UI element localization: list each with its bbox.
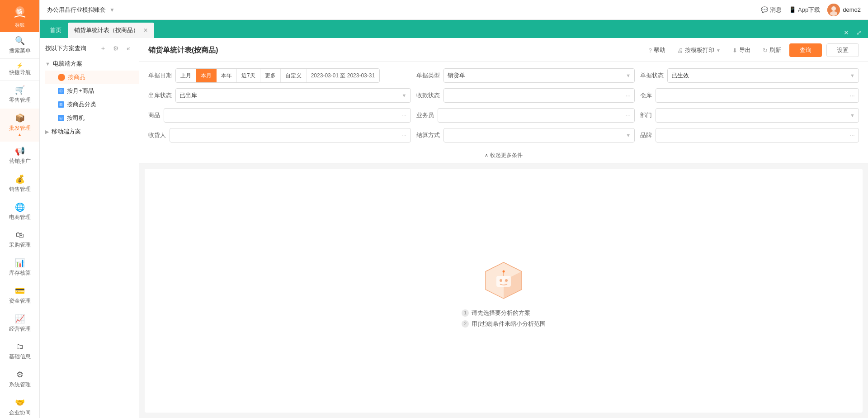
sidebar-item-enterprise[interactable]: 🤝 企业协同 [0, 393, 40, 418]
out-status-input[interactable]: 已出库 ▼ [175, 88, 411, 103]
tab-close-icon[interactable]: ✕ [143, 27, 148, 33]
filter-cell-product: 商品 ··· [148, 108, 411, 123]
tree-item-by-category[interactable]: ⊞ 按商品分类 [45, 98, 139, 111]
tab-expand-btn[interactable]: ⤢ [854, 27, 864, 38]
refresh-btn[interactable]: ↻ 刷新 [759, 44, 785, 56]
filter-row-4: 收货人 ··· 结算方式 ▼ 品牌 [148, 128, 859, 142]
app-download-label: App下载 [798, 6, 820, 14]
staff-input[interactable]: ··· [438, 108, 635, 123]
settlement-input[interactable]: ▼ [443, 128, 635, 142]
sidebar-item-retail[interactable]: 🛒 零售管理 [0, 81, 40, 109]
date-btn-7days[interactable]: 近7天 [237, 69, 260, 82]
sidebar-item-system-label: 系统管理 [9, 381, 31, 389]
settings-button[interactable]: 设置 [826, 43, 859, 57]
sidebar-item-system[interactable]: ⚙ 系统管理 [0, 365, 40, 393]
panel-title: 按以下方案查询 [45, 44, 86, 52]
sidebar-item-ecommerce-label: 电商管理 [9, 214, 31, 221]
svg-point-3 [831, 6, 836, 11]
warehouse-input[interactable]: ··· [656, 88, 859, 103]
doc-type-arrow: ▼ [626, 73, 631, 78]
page-actions: ? 帮助 🖨 按模板打印 ▼ ⬇ 导出 ↻ 刷新 [645, 43, 859, 57]
top-header: 办公用品行业模拟账套 ▼ 💬 消息 📱 App下载 de [40, 0, 868, 20]
panel-add-btn[interactable]: ＋ [98, 43, 108, 53]
sidebar-item-procurement[interactable]: 🛍 采购管理 [0, 226, 40, 253]
filter-cell-warehouse: 仓库 ··· [640, 88, 859, 103]
wholesale-icon: 📦 [15, 113, 25, 123]
by-cashier-icon: ⊞ [58, 115, 64, 121]
tree-group-pc[interactable]: ▼ 电脑端方案 [40, 57, 139, 71]
tab-home[interactable]: 首页 [43, 23, 68, 38]
date-btn-more[interactable]: 更多 [260, 69, 281, 82]
sidebar-item-sales[interactable]: 💰 销售管理 [0, 170, 40, 198]
user-menu[interactable]: demo2 [827, 4, 861, 16]
sidebar-search[interactable]: 🔍 搜索菜单 [0, 32, 40, 59]
dept-input[interactable]: ▼ [656, 108, 859, 123]
retail-icon: 🛒 [15, 85, 25, 95]
content-area: 按以下方案查询 ＋ ⚙ « ▼ 电脑端方案 [40, 38, 868, 418]
brand-input[interactable]: ··· [656, 128, 859, 142]
tab-sales-stats-label: 销货单统计表（按商品） [74, 26, 139, 34]
app-download-btn[interactable]: 📱 App下载 [789, 6, 820, 14]
date-range-display[interactable]: 2023-03-01 至 2023-03-31 [307, 69, 379, 82]
sidebar-quick-nav[interactable]: ⚡ 快捷导航 [0, 59, 40, 81]
wholesale-arrow: ▲ [18, 132, 22, 137]
sidebar-item-enterprise-label: 企业协同 [9, 409, 31, 417]
settlement-label: 结算方式 [416, 131, 440, 139]
tab-sales-stats[interactable]: 销货单统计表（按商品） ✕ [68, 23, 154, 38]
date-btn-custom[interactable]: 自定义 [281, 69, 307, 82]
tree-item-by-product[interactable]: 按商品 [45, 71, 139, 84]
tree-group-mobile[interactable]: ▶ 移动端方案 [40, 125, 139, 138]
export-btn[interactable]: ⬇ 导出 [729, 44, 755, 56]
by-month-product-label: 按月+商品 [67, 87, 94, 95]
empty-hint-1: 1 请先选择要分析的方案 [462, 309, 545, 317]
sidebar-item-ecommerce[interactable]: 🌐 电商管理 [0, 198, 40, 226]
product-input[interactable]: ··· [164, 108, 411, 123]
sidebar-item-finance[interactable]: 💳 资金管理 [0, 281, 40, 309]
empty-hints: 1 请先选择要分析的方案 2 用[过滤]条件来缩小分析范围 [462, 309, 545, 331]
tree-item-by-cashier[interactable]: ⊞ 按司机 [45, 111, 139, 125]
sidebar-item-basic[interactable]: 🗂 基础信息 [0, 337, 40, 365]
tab-close-btn[interactable]: ✕ [841, 27, 852, 38]
filter-cell-doc-status: 单据状态 已生效 ▼ [640, 68, 859, 83]
step-2: 2 [462, 320, 469, 328]
doc-type-input[interactable]: 销货单 ▼ [443, 68, 635, 83]
out-status-value: 已出库 [179, 91, 197, 100]
search-icon: 🔍 [15, 36, 25, 46]
pay-status-input[interactable]: ··· [443, 88, 635, 103]
collapse-btn[interactable]: ∧ 收起更多条件 [139, 148, 868, 163]
sidebar-item-basic-label: 基础信息 [9, 353, 31, 361]
doc-status-input[interactable]: 已生效 ▼ [667, 68, 859, 83]
help-label: 帮助 [654, 46, 665, 54]
avatar [827, 4, 840, 16]
sidebar-item-wholesale[interactable]: 📦 批发管理 ▲ [0, 109, 40, 142]
user-name: demo2 [843, 6, 861, 13]
recipient-input[interactable]: ··· [170, 128, 411, 142]
sidebar-quick-label: 快捷导航 [9, 69, 31, 76]
workspace-dropdown-icon[interactable]: ▼ [109, 7, 115, 13]
panel-settings-btn[interactable]: ⚙ [111, 43, 121, 53]
message-btn[interactable]: 💬 消息 [761, 6, 782, 14]
filter-cell-recipient: 收货人 ··· [148, 128, 411, 142]
filter-row-1: 单据日期 上月 本月 本年 近7天 更多 自定义 2023-03-01 至 20… [148, 68, 859, 83]
sidebar-item-inventory[interactable]: 📊 库存核算 [0, 253, 40, 281]
tree-group-pc-label: 电脑端方案 [53, 60, 82, 68]
sidebar-item-marketing[interactable]: 📢 营销推广 [0, 142, 40, 170]
doc-status-label: 单据状态 [640, 71, 664, 80]
date-btn-this-year[interactable]: 本年 [217, 69, 237, 82]
help-btn[interactable]: ? 帮助 [645, 44, 669, 56]
tree-group-pc-children: 按商品 ⊞ 按月+商品 ⊞ 按商品分类 ⊞ 按司机 [40, 71, 139, 125]
tree-item-by-month-product[interactable]: ⊞ 按月+商品 [45, 84, 139, 98]
date-btn-this-month[interactable]: 本月 [196, 69, 217, 82]
filter-cell-pay-status: 收款状态 ··· [416, 88, 635, 103]
sidebar-item-operations[interactable]: 📈 经营管理 [0, 309, 40, 337]
print-template-btn[interactable]: 🖨 按模板打印 ▼ [674, 44, 724, 56]
sidebar-item-marketing-label: 营销推广 [9, 157, 31, 165]
date-btn-last-month[interactable]: 上月 [176, 69, 196, 82]
procurement-icon: 🛍 [16, 230, 24, 240]
panel-collapse-btn[interactable]: « [123, 43, 133, 53]
marketing-icon: 📢 [15, 146, 25, 156]
app-download-icon: 📱 [789, 6, 796, 13]
panel-header-actions: ＋ ⚙ « [98, 43, 133, 53]
recipient-dots: ··· [401, 132, 407, 139]
query-button[interactable]: 查询 [789, 43, 822, 57]
